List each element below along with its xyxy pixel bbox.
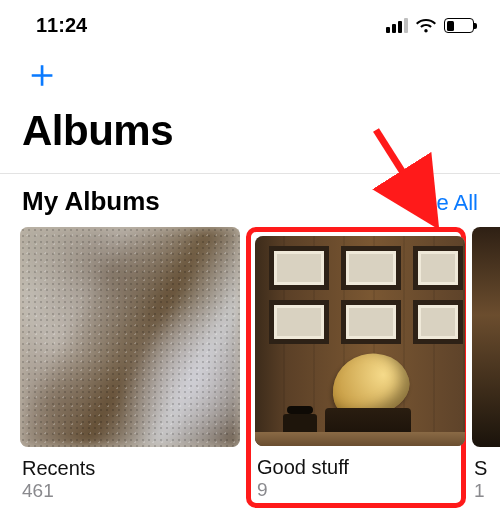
wifi-icon	[415, 18, 437, 34]
status-time: 11:24	[36, 14, 87, 37]
album-row[interactable]: Recents 461 Good stuff 9 S 1	[0, 227, 500, 508]
album-card-partial[interactable]: S 1	[472, 227, 500, 508]
album-count: 461	[22, 480, 238, 502]
status-right	[386, 18, 474, 34]
divider	[0, 173, 500, 174]
add-button[interactable]: ＋	[22, 51, 62, 95]
album-name: Good stuff	[257, 456, 455, 479]
battery-icon	[444, 18, 474, 33]
album-thumbnail[interactable]	[472, 227, 500, 447]
album-name: Recents	[22, 457, 238, 480]
album-name: S	[474, 457, 500, 480]
cellular-signal-icon	[386, 18, 408, 33]
album-thumbnail[interactable]	[255, 236, 465, 446]
section-title: My Albums	[22, 186, 160, 217]
album-count: 9	[257, 479, 455, 501]
see-all-link[interactable]: See All	[410, 190, 479, 216]
page-title: Albums	[0, 99, 500, 173]
album-card-recents[interactable]: Recents 461	[20, 227, 240, 508]
status-bar: 11:24	[0, 0, 500, 43]
album-thumbnail[interactable]	[20, 227, 240, 447]
album-card-good-stuff[interactable]: Good stuff 9	[246, 227, 466, 508]
section-header: My Albums See All	[0, 186, 500, 227]
album-count: 1	[474, 480, 500, 502]
